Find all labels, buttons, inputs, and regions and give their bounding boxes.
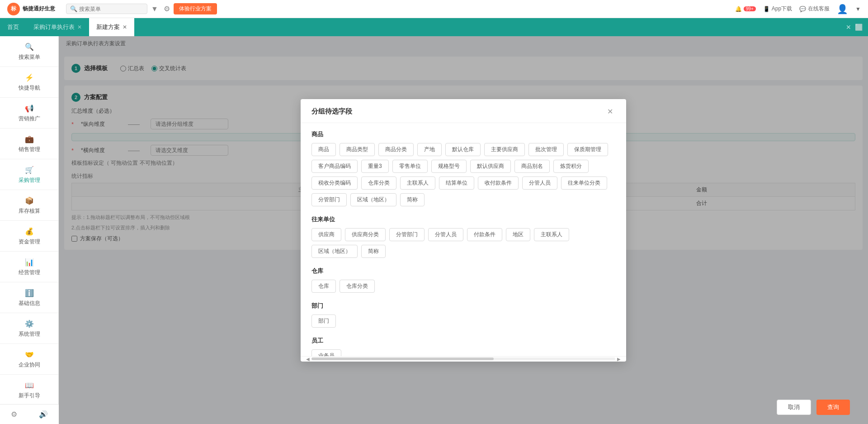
settings-icon[interactable]: ⚙ — [164, 5, 170, 13]
logo-icon: 标 — [7, 3, 20, 15]
tab-purchase-close-icon[interactable]: ✕ — [77, 24, 82, 30]
tag-partner-0[interactable]: 供应商 — [311, 228, 341, 241]
close-tab-icon[interactable]: ✕ — [846, 24, 851, 31]
tag-goods-8[interactable]: 客户商品编码 — [311, 160, 358, 173]
user-avatar[interactable]: 👤 — [837, 4, 848, 14]
bottom-bar: ⚙ 🔊 — [0, 404, 59, 424]
scroll-left-icon[interactable]: ◀ — [304, 357, 311, 362]
modal-hscrollbar[interactable]: ◀ ▶ — [301, 356, 626, 362]
tag-partner-7[interactable]: 区域（地区） — [311, 245, 358, 258]
tag-goods-5[interactable]: 主要供应商 — [484, 143, 525, 156]
tag-goods-14[interactable]: 炼货积分 — [553, 160, 589, 173]
search-box[interactable]: 🔍 — [66, 4, 147, 14]
scroll-right-icon[interactable]: ▶ — [615, 357, 623, 362]
modal-close-button[interactable]: ✕ — [604, 106, 615, 117]
gear-bottom-icon[interactable]: ⚙ — [11, 410, 17, 419]
sidebar-item-system[interactable]: ⚙️ 系统管理 — [0, 313, 58, 344]
search-input[interactable] — [79, 6, 133, 12]
tag-warehouse-1[interactable]: 仓库分类 — [340, 280, 375, 293]
tag-goods-21[interactable]: 往来单位分类 — [561, 176, 607, 190]
tag-partner-6[interactable]: 主联系人 — [534, 228, 569, 241]
app-download-item[interactable]: 📱 App下载 — [763, 5, 792, 13]
fullscreen-icon[interactable]: ⬜ — [855, 24, 863, 31]
modal-body[interactable]: 商品 商品 商品类型 商品分类 产地 默认仓库 主要供应商 批次管理 保质期管理… — [301, 123, 626, 356]
tag-goods-9[interactable]: 重量3 — [361, 160, 389, 173]
operations-icon: 📊 — [24, 257, 34, 267]
tag-partner-8[interactable]: 简称 — [361, 245, 386, 258]
section-warehouse-title: 仓库 — [311, 267, 615, 275]
sidebar-item-inventory[interactable]: 📦 库存核算 — [0, 190, 58, 221]
tag-goods-16[interactable]: 仓库分类 — [361, 176, 396, 190]
tag-partner-2[interactable]: 分管部门 — [389, 228, 425, 241]
user-icon: 👤 — [837, 4, 848, 14]
tag-goods-15[interactable]: 税收分类编码 — [311, 176, 358, 190]
header-right: 🔔 99+ 📱 App下载 💬 在线客服 👤 ▼ — [735, 4, 861, 14]
message-badge: 99+ — [744, 6, 756, 11]
sidebar-item-purchase[interactable]: 🛒 采购管理 — [0, 159, 58, 190]
tag-goods-20[interactable]: 分管人员 — [522, 176, 557, 190]
sidebar-inventory-label: 库存核算 — [19, 207, 40, 215]
tag-warehouse-0[interactable]: 仓库 — [311, 280, 336, 293]
tab-new-plan-close-icon[interactable]: ✕ — [123, 24, 127, 30]
tag-partner-3[interactable]: 分管人员 — [428, 228, 463, 241]
tag-goods-11[interactable]: 规格型号 — [431, 160, 467, 173]
sidebar-search-label: 搜索菜单 — [19, 53, 40, 61]
sidebar-item-quick-nav[interactable]: ⚡ 快捷导航 — [0, 67, 58, 98]
marketing-icon: 📢 — [24, 103, 34, 113]
trial-button[interactable]: 体验行业方案 — [174, 3, 217, 14]
sidebar-item-finance[interactable]: 💰 资金管理 — [0, 221, 58, 252]
tag-dept-0[interactable]: 部门 — [311, 314, 336, 328]
warehouse-tags: 仓库 仓库分类 — [311, 280, 615, 293]
tag-goods-17[interactable]: 主联系人 — [400, 176, 435, 190]
sidebar-item-marketing[interactable]: 📢 营销推广 — [0, 98, 58, 129]
sidebar-item-basic-info[interactable]: ℹ️ 基础信息 — [0, 282, 58, 313]
confirm-button[interactable]: 查询 — [816, 400, 850, 415]
hscroll-thumb[interactable] — [311, 357, 494, 360]
tag-goods-6[interactable]: 批次管理 — [528, 143, 564, 156]
tag-goods-10[interactable]: 零售单位 — [392, 160, 428, 173]
dropdown-arrow-icon[interactable]: ▼ — [151, 5, 158, 13]
search-icon: 🔍 — [70, 5, 77, 12]
tag-goods-1[interactable]: 商品类型 — [340, 143, 375, 156]
tag-partner-4[interactable]: 付款条件 — [467, 228, 502, 241]
sidebar-collab-label: 企业协同 — [19, 361, 40, 369]
sidebar-operations-label: 经营管理 — [19, 269, 40, 276]
tag-goods-4[interactable]: 默认仓库 — [445, 143, 481, 156]
tag-goods-23[interactable]: 区域（地区） — [350, 193, 396, 206]
sidebar-marketing-label: 营销推广 — [19, 115, 40, 123]
tag-goods-24[interactable]: 简称 — [400, 193, 425, 206]
sidebar-item-operations[interactable]: 📊 经营管理 — [0, 252, 58, 282]
user-dropdown[interactable]: ▼ — [855, 6, 861, 12]
footer-buttons: 取消 查询 — [777, 400, 850, 415]
tag-goods-7[interactable]: 保质期管理 — [567, 143, 608, 156]
tab-home[interactable]: 首页 — [0, 18, 26, 36]
sidebar-item-sales[interactable]: 💼 销售管理 — [0, 129, 58, 159]
tag-goods-22[interactable]: 分管部门 — [311, 193, 347, 206]
tag-goods-18[interactable]: 结算单位 — [439, 176, 474, 190]
tab-purchase-list[interactable]: 采购订单执行表 ✕ — [26, 18, 89, 36]
partner-tags: 供应商 供应商分类 分管部门 分管人员 付款条件 地区 主联系人 区域（地区） … — [311, 228, 615, 258]
tag-goods-0[interactable]: 商品 — [311, 143, 336, 156]
cancel-button[interactable]: 取消 — [777, 400, 811, 415]
sidebar-item-search[interactable]: 🔍 搜索菜单 — [0, 36, 58, 67]
online-service-item[interactable]: 💬 在线客服 — [799, 5, 830, 13]
service-icon: 💬 — [799, 6, 806, 12]
sidebar-item-guide[interactable]: 📖 新手引导 — [0, 375, 58, 405]
sidebar-basic-info-label: 基础信息 — [19, 300, 40, 307]
tag-staff-0[interactable]: 业务员 — [311, 349, 341, 356]
tab-new-plan[interactable]: 新建方案 ✕ — [89, 18, 134, 36]
hscroll-track[interactable] — [311, 357, 615, 360]
message-item[interactable]: 🔔 99+ — [735, 6, 756, 12]
tag-goods-19[interactable]: 收付款条件 — [478, 176, 519, 190]
goods-tags: 商品 商品类型 商品分类 产地 默认仓库 主要供应商 批次管理 保质期管理 客户… — [311, 143, 615, 206]
tag-goods-12[interactable]: 默认供应商 — [470, 160, 511, 173]
tag-goods-2[interactable]: 商品分类 — [378, 143, 414, 156]
section-partner: 往来单位 供应商 供应商分类 分管部门 分管人员 付款条件 地区 主联系人 区域… — [311, 215, 615, 258]
sidebar-item-collab[interactable]: 🤝 企业协同 — [0, 344, 58, 375]
tag-goods-3[interactable]: 产地 — [417, 143, 442, 156]
volume-icon[interactable]: 🔊 — [39, 410, 48, 419]
tag-partner-1[interactable]: 供应商分类 — [345, 228, 386, 241]
chevron-down-icon: ▼ — [855, 6, 861, 12]
tag-partner-5[interactable]: 地区 — [506, 228, 530, 241]
tag-goods-13[interactable]: 商品别名 — [514, 160, 550, 173]
